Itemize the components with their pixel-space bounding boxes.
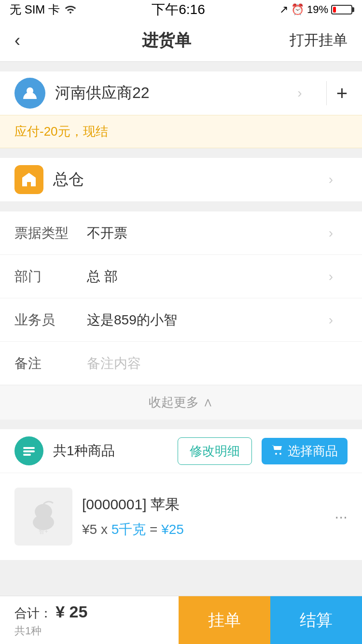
carrier-label: 无 SIM 卡 [10,2,60,17]
remark-row[interactable]: 备注 备注内容 [0,341,362,385]
location-icon: ↗ [279,3,288,16]
department-chevron-icon: › [329,269,333,284]
add-supplier-button[interactable]: + [336,84,348,103]
product-code: [0000001] [82,496,151,512]
invoice-type-value: 不开票 [77,224,329,242]
wifi-icon [64,3,77,16]
products-count: 共1种商品 [53,442,168,460]
status-right: ↗ ⏰ 19% [279,3,352,16]
product-thumbnail: 智+ [14,488,72,546]
total-label: 合计： [14,606,52,620]
status-bar: 无 SIM 卡 下午6:16 ↗ ⏰ 19% [0,0,362,19]
svg-point-5 [279,453,281,455]
status-left: 无 SIM 卡 [10,2,77,17]
select-product-label: 选择商品 [288,443,338,460]
subtotal: ¥25 [161,522,184,537]
supplier-notice: 应付-20元，现结 [0,115,362,148]
collapse-label: 收起更多 ∧ [149,394,213,411]
department-value: 总 部 [77,267,329,286]
back-button[interactable]: ‹ [14,30,43,51]
nav-bar: ‹ 进货单 打开挂单 [0,19,362,62]
quantity: 5千克 [111,522,146,537]
invoice-type-label: 票据类型 [14,224,77,242]
cart-icon [271,444,284,459]
unit-price: ¥5 x [82,522,111,537]
warehouse-row[interactable]: 总仓 › [0,158,362,201]
product-item: 智+ [0000001] 苹果 ¥5 x 5千克 = ¥25 ··· [0,473,362,560]
checkout-button[interactable]: 结算 [270,596,362,644]
svg-point-4 [275,453,277,455]
salesperson-row[interactable]: 业务员 这是859的小智 › [0,298,362,341]
invoice-type-chevron-icon: › [329,225,333,241]
product-price: ¥5 x 5千克 = ¥25 [82,520,325,539]
product-info: [0000001] 苹果 ¥5 x 5千克 = ¥25 [82,495,325,539]
supplier-avatar [14,78,45,109]
section-gap-2 [0,148,362,158]
remark-label: 备注 [14,354,77,373]
bottom-bar: 合计： ¥ 25 共1种 挂单 结算 [0,596,362,644]
products-header: 共1种商品 修改明细 选择商品 [0,429,362,473]
section-gap-4 [0,420,362,429]
battery-icon [331,5,352,14]
supplier-row[interactable]: 河南供应商22 › + [0,71,362,115]
total-line2: 共1种 [14,624,164,638]
supplier-section: 河南供应商22 › + 应付-20元，现结 [0,71,362,148]
warehouse-icon [14,165,43,194]
battery-percent: 19% [307,3,328,16]
alarm-icon: ⏰ [291,3,304,16]
warehouse-section: 总仓 › [0,158,362,201]
edit-detail-button[interactable]: 修改明细 [178,437,252,465]
supplier-chevron-icon: › [297,85,302,101]
salesperson-value: 这是859的小智 [77,311,329,329]
section-gap-1 [0,62,362,71]
hang-button[interactable]: 挂单 [179,596,270,644]
total-line1: 合计： ¥ 25 [14,602,164,622]
product-name: [0000001] 苹果 [82,495,325,515]
salesperson-chevron-icon: › [329,312,333,328]
invoice-type-row[interactable]: 票据类型 不开票 › [0,211,362,254]
svg-rect-2 [23,450,35,452]
svg-text:智+: 智+ [39,528,48,535]
svg-rect-1 [23,447,35,449]
divider [326,81,327,105]
products-icon [14,436,43,465]
remark-placeholder: 备注内容 [77,354,348,373]
department-row[interactable]: 部门 总 部 › [0,254,362,298]
warehouse-name: 总仓 [53,169,329,190]
products-section: 共1种商品 修改明细 选择商品 智+ [000000 [0,429,362,560]
salesperson-label: 业务员 [14,311,77,329]
supplier-name: 河南供应商22 [55,83,297,104]
page-title: 进货单 [142,29,191,52]
product-title: 苹果 [151,496,180,512]
form-section: 票据类型 不开票 › 部门 总 部 › 业务员 这是859的小智 › 备注 备注… [0,211,362,420]
warehouse-chevron-icon: › [329,172,333,187]
collapse-button[interactable]: 收起更多 ∧ [0,385,362,420]
svg-rect-3 [23,454,31,456]
total-amount: ¥ 25 [56,602,87,621]
open-hang-button[interactable]: 打开挂单 [290,30,348,50]
select-product-button[interactable]: 选择商品 [262,438,348,464]
more-options-icon[interactable]: ··· [334,508,348,526]
equals: = [150,522,161,537]
section-gap-3 [0,201,362,211]
total-section: 合计： ¥ 25 共1种 [0,596,179,644]
department-label: 部门 [14,267,77,286]
time-label: 下午6:16 [152,0,205,19]
